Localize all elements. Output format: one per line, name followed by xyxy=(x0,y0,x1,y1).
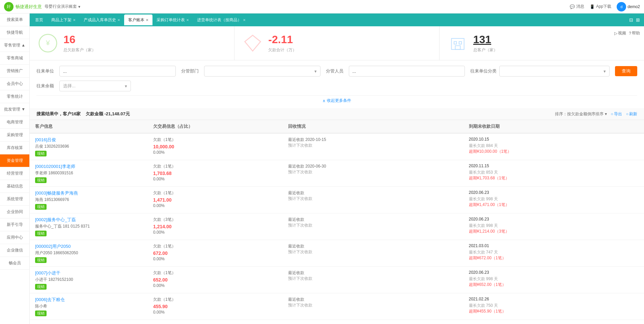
customer-name-1[interactable]: [0001020001]李老师 xyxy=(35,164,142,170)
overdue-days-1: 最长欠款 853 天 xyxy=(469,170,639,175)
overdue-link-1[interactable]: 超期¥1,703.68（1笔） xyxy=(469,175,639,181)
customer-name-0[interactable]: [0016]吕俊 xyxy=(35,137,142,143)
td-due-6: 2021.02.26 最长欠款 750 天 超期¥455.90（1笔） xyxy=(464,293,644,320)
refresh-button[interactable]: ○ 刷新 xyxy=(626,111,637,117)
message-button[interactable]: 💬 消息 xyxy=(570,4,584,9)
customer-name-4[interactable]: [000002]用户2050 xyxy=(35,243,142,249)
user-profile[interactable]: d demo2 xyxy=(617,2,640,11)
video-button[interactable]: ▷ 视频 xyxy=(614,30,626,36)
page-content: ¥ 16 总欠款客户（家） xyxy=(30,26,644,324)
overdue-link-3[interactable]: 超期¥1,214.00（3笔） xyxy=(469,229,639,234)
recovery-next-6: 预计下次收款 xyxy=(288,302,458,308)
tab-product-listing-close[interactable]: ✕ xyxy=(73,18,76,22)
sidebar-item-inventory[interactable]: 库存核算 xyxy=(0,142,29,154)
tab-customer-account[interactable]: 客户账本 ✕ xyxy=(124,14,152,25)
overdue-link-2[interactable]: 超期¥1,471.00（1笔） xyxy=(469,202,639,208)
sidebar-item-retail-mgmt[interactable]: 零售管理 ▲ xyxy=(0,39,29,52)
tab-purchase-stats-product-close[interactable]: ✕ xyxy=(243,18,246,22)
tab-restore-icon[interactable]: ⊟ xyxy=(629,17,633,23)
search-button[interactable]: 查询 xyxy=(615,66,637,76)
video-icon: ▷ xyxy=(614,31,617,36)
stat-label-debt-customers: 总欠款客户（家） xyxy=(63,47,226,53)
debt-amount-0: 10,000.00 xyxy=(153,144,277,149)
sidebar-item-operations[interactable]: 经营管理 xyxy=(0,167,29,180)
sidebar-item-quick-nav[interactable]: 快捷导航 xyxy=(0,26,29,39)
sidebar-item-basic-info[interactable]: 基础信息 xyxy=(0,180,29,193)
sidebar-item-enterprise-wechat[interactable]: 企业微信 xyxy=(0,244,29,257)
message-label: 消息 xyxy=(576,4,584,9)
customer-sub-4: 用户2050 18665062050 xyxy=(35,250,142,256)
svg-rect-6 xyxy=(455,46,460,49)
help-button[interactable]: ? 帮助 xyxy=(629,30,640,36)
tab-production-history[interactable]: 产成品入库单历史 ✕ xyxy=(80,14,124,25)
td-debt-0: 欠款（1笔） 10,000.00 0.00% xyxy=(148,134,283,160)
filter-row-2: 往来余额 选择... ▾ xyxy=(36,81,637,91)
industry-label: 母婴行业演示账套 xyxy=(45,4,77,9)
th-customer-info: 客户信息 xyxy=(30,120,148,133)
due-date-1: 2020.11.15 xyxy=(469,164,639,168)
sidebar-item-purchase-mgmt[interactable]: 采购管理 xyxy=(0,129,29,142)
export-button[interactable]: ○ 导出 xyxy=(611,111,622,117)
sidebar-item-ecommerce[interactable]: 电商管理 xyxy=(0,116,29,129)
customer-name-5[interactable]: [0007]小进干 xyxy=(35,270,142,276)
chevron-down-icon: ▾ xyxy=(78,4,80,9)
svg-rect-3 xyxy=(451,38,464,50)
results-amount-text: 欠款金额 -21,148.07元 xyxy=(86,111,130,116)
sidebar-item-retail-stats[interactable]: 零售统计 xyxy=(0,90,29,103)
tab-purchase-stats-product[interactable]: 进货单统计表（按商品） ✕ xyxy=(193,14,250,25)
filter-input-customer[interactable]: ... xyxy=(59,66,176,77)
overdue-link-4[interactable]: 超期¥672.00（1笔） xyxy=(469,255,639,261)
collapse-button[interactable]: ∧ 收起更多条件 xyxy=(323,98,351,104)
sidebar-item-app-center[interactable]: 应用中心 xyxy=(0,231,29,244)
tab-bar: 首页 商品上下架 ✕ 产成品入库单历史 ✕ 客户账本 ✕ 采购订单统计表 ✕ xyxy=(30,13,644,26)
customer-name-2[interactable]: [0003]畅捷服务尹海燕 xyxy=(35,190,142,196)
tab-production-history-close[interactable]: ✕ xyxy=(117,18,120,22)
tab-purchase-order-stats[interactable]: 采购订单统计表 ✕ xyxy=(152,14,193,25)
sidebar-item-member-center[interactable]: 会员中心 xyxy=(0,78,29,90)
sidebar-item-newbie-guide[interactable]: 新手引导 xyxy=(0,218,29,231)
table-row: [0007]小进干 小进干 18279152100 现销 欠款（1笔） 652.… xyxy=(30,267,644,293)
debt-ratio-4: 0.00% xyxy=(153,257,277,261)
sort-label: 排序：按欠款金额倒序排序 xyxy=(555,111,604,117)
tab-home[interactable]: 首页 xyxy=(31,14,47,25)
chevron-down-category-icon: ▾ xyxy=(604,69,606,74)
td-recovery-1: 最近收款 2020-06-30 预计下次收款 xyxy=(283,160,464,186)
sidebar-item-search[interactable]: 搜索菜单 xyxy=(0,13,29,26)
debt-label-3: 欠款（3笔） xyxy=(153,217,277,223)
sidebar-item-chang-member[interactable]: 畅会员 xyxy=(0,257,29,270)
td-due-4: 2021.03.01 最长欠款 747 天 超期¥672.00（1笔） xyxy=(464,240,644,266)
sidebar-item-system[interactable]: 系统管理 xyxy=(0,193,29,206)
sidebar-item-wholesale-mgmt[interactable]: 批发管理 ▼ xyxy=(0,103,29,116)
sidebar-item-enterprise-collab[interactable]: 企业协同 xyxy=(0,206,29,218)
td-due-3: 2020.06.23 最长欠款 998 天 超期¥1,214.00（3笔） xyxy=(464,213,644,240)
sidebar-item-retail-mall[interactable]: 零售商城 xyxy=(0,52,29,65)
industry-selector[interactable]: 母婴行业演示账套 ▾ xyxy=(45,4,80,9)
tab-product-listing[interactable]: 商品上下架 ✕ xyxy=(47,14,80,25)
app-download-button[interactable]: 📱 App下载 xyxy=(590,4,611,9)
tab-customer-account-close[interactable]: ✕ xyxy=(146,18,148,22)
td-customer-1: [0001020001]李老师 李老师 18600391516 现销 xyxy=(30,160,148,186)
overdue-link-6[interactable]: 超期¥455.90（1笔） xyxy=(469,308,639,314)
td-customer-7: [000001]黄思源 黄思源 13552700226 现销 xyxy=(30,320,148,324)
table-row: [000002]用户2050 用户2050 18665062050 现销 欠款（… xyxy=(30,240,644,267)
results-summary: 搜索结果中，客户16家 欠款金额 -21,148.07元 xyxy=(36,111,130,117)
debt-amount-4: 672.00 xyxy=(153,251,277,256)
sidebar-item-marketing[interactable]: 营销推广 xyxy=(0,65,29,78)
customer-name-6[interactable]: [0006]去下粮仓 xyxy=(35,297,142,303)
tab-purchase-order-stats-close[interactable]: ✕ xyxy=(186,18,189,22)
debt-label-1: 欠款（1笔） xyxy=(153,164,277,169)
tab-expand-icon[interactable]: ⊞ xyxy=(636,17,640,23)
filter-input-person[interactable]: ... xyxy=(349,66,465,77)
debt-label-5: 欠款（1笔） xyxy=(153,270,277,276)
sidebar-item-finance[interactable]: 资金管理 xyxy=(0,154,29,167)
overdue-link-0[interactable]: 超期¥10,000.00（1笔） xyxy=(469,149,639,154)
filter-select-category[interactable]: ▾ xyxy=(499,66,610,77)
td-recovery-0: 最近收款 2020-10-15 预计下次收款 xyxy=(283,134,464,160)
filter-select-balance[interactable]: 选择... ▾ xyxy=(59,81,131,91)
customer-name-3[interactable]: [0002]服务中心_丁磊 xyxy=(35,217,142,223)
customer-tag-2: 现销 xyxy=(35,204,47,210)
filter-select-dept[interactable]: ▾ xyxy=(204,66,320,77)
overdue-link-5[interactable]: 超期¥652.00（1笔） xyxy=(469,282,639,288)
sort-selector[interactable]: 排序：按欠款金额倒序排序 ▾ xyxy=(555,111,607,117)
overdue-days-6: 最长欠款 750 天 xyxy=(469,303,639,308)
